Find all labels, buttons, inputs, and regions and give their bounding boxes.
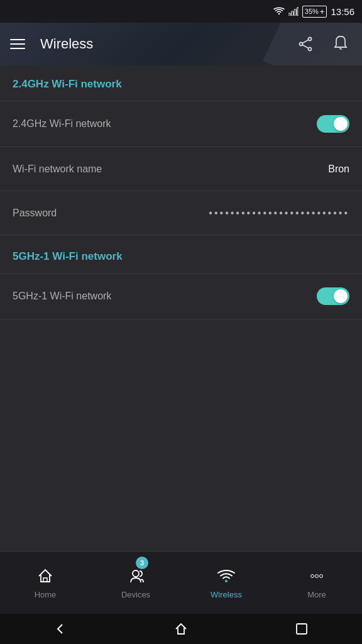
home-sys-icon: [174, 622, 188, 636]
svg-rect-3: [297, 8, 299, 16]
section-24ghz-header: 2.4GHz Wi-Fi network: [0, 65, 362, 101]
recents-icon: [295, 622, 309, 636]
svg-rect-0: [288, 13, 290, 16]
more-icon: [307, 566, 327, 586]
nav-devices-label: Devices: [121, 590, 150, 599]
svg-point-10: [133, 570, 139, 577]
item-24ghz-label: 2.4GHz Wi-Fi network: [13, 118, 111, 130]
svg-point-14: [320, 575, 323, 578]
svg-rect-9: [43, 578, 47, 582]
password-value: ••••••••••••••••••••••••••: [209, 208, 349, 219]
item-24ghz-toggle[interactable]: 2.4GHz Wi-Fi network: [0, 101, 362, 147]
nav-wireless-label: Wireless: [211, 590, 242, 599]
item-5ghz-label: 5GHz-1 Wi-Fi network: [13, 291, 111, 302]
battery-icon: 35% +: [302, 6, 327, 18]
toggle-5ghz[interactable]: [317, 287, 349, 305]
item-password[interactable]: Password ••••••••••••••••••••••••••: [0, 191, 362, 235]
header-decoration: [236, 23, 362, 65]
svg-rect-2: [294, 9, 296, 16]
header: Wireless: [0, 23, 362, 65]
section-24ghz-title: 2.4GHz Wi-Fi network: [13, 78, 122, 90]
back-icon: [53, 622, 67, 636]
nav-item-wireless[interactable]: Wireless: [181, 552, 272, 614]
item-5ghz-toggle[interactable]: 5GHz-1 Wi-Fi network: [0, 274, 362, 319]
status-time: 13:56: [331, 6, 354, 17]
status-icons: 35% + 13:56: [273, 6, 354, 18]
wifi-name-label: Wi-Fi network name: [13, 164, 102, 175]
wireless-icon: [216, 566, 236, 586]
section-5ghz-title: 5GHz-1 Wi-Fi network: [13, 250, 123, 262]
status-bar: 35% + 13:56: [0, 0, 362, 23]
nav-item-home[interactable]: Home: [0, 552, 90, 614]
nav-home-label: Home: [35, 590, 57, 599]
wifi-status-icon: [273, 7, 285, 16]
svg-point-13: [315, 575, 319, 578]
svg-rect-15: [297, 624, 307, 634]
menu-icon[interactable]: [10, 34, 30, 54]
back-button[interactable]: [49, 618, 72, 640]
nav-more-label: More: [307, 590, 326, 599]
home-icon: [35, 566, 55, 586]
devices-badge: 3: [136, 557, 148, 569]
nav-item-devices[interactable]: 3 Devices: [90, 552, 181, 614]
wifi-name-value: Bron: [328, 164, 349, 175]
nav-item-more[interactable]: More: [272, 552, 362, 614]
section-5ghz-header: 5GHz-1 Wi-Fi network: [0, 238, 362, 274]
svg-rect-1: [291, 11, 293, 16]
system-nav: [0, 614, 362, 644]
password-label: Password: [13, 208, 57, 219]
content-area: 2.4GHz Wi-Fi network 2.4GHz Wi-Fi networ…: [0, 65, 362, 551]
svg-point-12: [311, 575, 314, 578]
recents-button[interactable]: [290, 618, 313, 640]
item-wifi-name[interactable]: Wi-Fi network name Bron: [0, 147, 362, 191]
home-sys-button[interactable]: [170, 618, 192, 640]
signal-icon: [288, 7, 299, 16]
bottom-nav: Home 3 Devices Wireless: [0, 551, 362, 614]
toggle-24ghz[interactable]: [317, 115, 349, 133]
svg-point-11: [225, 580, 228, 582]
